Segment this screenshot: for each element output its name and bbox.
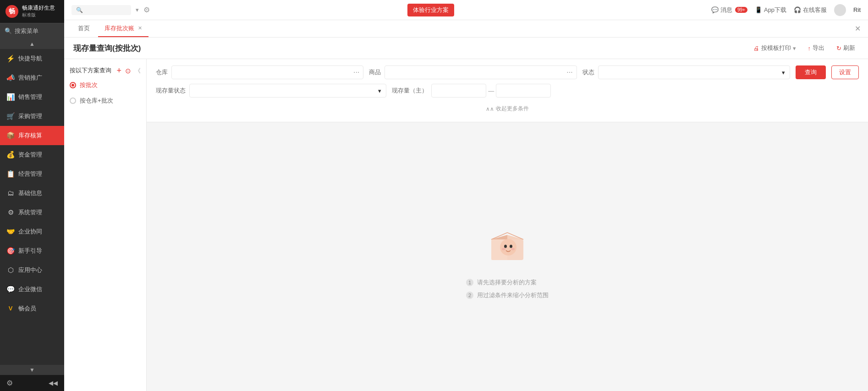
query-btn[interactable]: 查询 [796, 65, 826, 79]
system-icon: ⚙ [6, 208, 15, 217]
filter-option-batch[interactable]: 按批次 [64, 77, 146, 93]
sidebar-item-appcenter[interactable]: ⬡ 应用中心 [0, 261, 64, 280]
sidebar-logo: 畅 [5, 5, 18, 18]
member-icon: V [6, 304, 15, 313]
svg-point-6 [510, 244, 512, 248]
sidebar-scroll-up[interactable]: ▲ [0, 39, 64, 49]
filter-panel: 按以下方案查询 + ⊙ 《 按批次 按仓库+批次 [64, 59, 147, 391]
warehouse-input-group[interactable]: ··· [171, 65, 363, 79]
settings-btn[interactable]: 设置 [831, 65, 859, 79]
filter-add-btn[interactable]: + [116, 66, 121, 75]
search-icon: 🔍 [5, 27, 12, 34]
experience-btn[interactable]: 体验行业方案 [407, 4, 454, 16]
tabs-bar: 首页 库存批次账 ✕ ✕ [64, 20, 868, 38]
sidebar-nav: ⚡ 快捷导航 📣 营销推广 📊 销售管理 🛒 采购管理 📦 库存核算 💰 资金管… [0, 49, 64, 365]
message-label: 消息 [720, 6, 732, 14]
collapse-label: 收起更多条件 [496, 105, 529, 113]
settings-icon[interactable]: ⚙ [6, 379, 13, 387]
sidebar-item-inventory[interactable]: 📦 库存核算 [0, 126, 64, 145]
tab-home-label: 首页 [78, 24, 90, 33]
query-area: 仓库 ··· 商品 ··· 状态 [147, 59, 868, 391]
stock-status-select[interactable]: ▾ [189, 84, 386, 98]
topbar-settings-icon[interactable]: ⚙ [143, 5, 150, 14]
tab-inventory-batch[interactable]: 库存批次账 ✕ [98, 21, 148, 37]
stock-main-label: 现存量（主） [392, 87, 428, 95]
sidebar-item-enterprise[interactable]: 🤝 企业协同 [0, 222, 64, 241]
sidebar-item-marketing[interactable]: 📣 营销推广 [0, 68, 64, 87]
sidebar-item-label: 销售管理 [18, 93, 42, 101]
online-service-btn[interactable]: 🎧 在线客服 [794, 6, 827, 14]
topbar-dropdown-icon[interactable]: ▾ [136, 6, 139, 13]
filter-option-warehouse-batch[interactable]: 按仓库+批次 [64, 93, 146, 109]
sidebar-item-sales[interactable]: 📊 销售管理 [0, 87, 64, 107]
app-download-btn[interactable]: 📱 App下载 [755, 6, 786, 14]
collapse-sidebar-icon[interactable]: ◀◀ [49, 380, 58, 386]
refresh-icon: ↻ [836, 45, 841, 52]
sidebar-company-info: 畅康通好生意 标准版 [22, 5, 55, 18]
sidebar-item-system[interactable]: ⚙ 系统管理 [0, 203, 64, 222]
sidebar-item-operations[interactable]: 📋 经营管理 [0, 164, 64, 184]
sidebar-item-finance[interactable]: 💰 资金管理 [0, 145, 64, 164]
sidebar-item-label: 新手引导 [18, 247, 42, 255]
status-field: 状态 ▾ [582, 65, 790, 79]
empty-state: 1 请先选择要分析的方案 2 用过滤条件来缩小分析范围 [147, 122, 868, 391]
sidebar: 畅 畅康通好生意 标准版 🔍 搜索菜单 ▲ ⚡ 快捷导航 📣 营销推广 📊 销售… [0, 0, 64, 391]
filter-option-warehouse-label: 按仓库+批次 [80, 97, 113, 105]
warehouse-input[interactable] [172, 67, 350, 78]
stock-main-dash: — [486, 87, 496, 94]
form-row-2: 现存量状态 ▾ 现存量（主） — [156, 84, 859, 98]
tip-num-1: 1 [466, 279, 473, 286]
sales-icon: 📊 [6, 93, 15, 101]
sidebar-item-label: 快捷导航 [18, 54, 42, 63]
quicknav-icon: ⚡ [6, 54, 15, 63]
tab-panel-close-btn[interactable]: ✕ [855, 24, 861, 33]
sidebar-item-purchase[interactable]: 🛒 采购管理 [0, 107, 64, 126]
topbar-search[interactable]: 🔍 [71, 5, 131, 15]
print-dropdown-icon[interactable]: ▾ [793, 45, 796, 52]
product-input[interactable] [385, 67, 563, 78]
sidebar-item-label: 应用中心 [18, 266, 42, 274]
message-btn[interactable]: 💬 消息 99+ [711, 6, 747, 14]
filter-settings-btn[interactable]: ⊙ [125, 67, 131, 74]
user-avatar[interactable] [834, 4, 846, 16]
status-select[interactable]: ▾ [598, 65, 790, 79]
sidebar-item-wechat[interactable]: 💬 企业微信 [0, 280, 64, 299]
marketing-icon: 📣 [6, 74, 15, 82]
sidebar-item-member[interactable]: V 畅会员 [0, 299, 64, 318]
filter-collapse-btn[interactable]: 《 [135, 68, 141, 74]
refresh-btn[interactable]: ↻ 刷新 [833, 42, 859, 54]
sidebar-item-basic-info[interactable]: 🗂 基础信息 [0, 184, 64, 203]
filter-header-icons: + ⊙ 《 [116, 66, 141, 75]
collapse-bar[interactable]: ∧∧ 收起更多条件 [156, 102, 859, 115]
svg-point-7 [502, 248, 505, 250]
sidebar-item-guide[interactable]: 🎯 新手引导 [0, 241, 64, 261]
topbar-left: 🔍 ▾ ⚙ [71, 5, 150, 15]
product-more-icon[interactable]: ··· [563, 68, 576, 76]
page-title: 现存量查询(按批次) [73, 43, 141, 54]
finance-icon: 💰 [6, 151, 15, 159]
print-icon: 🖨 [753, 45, 759, 52]
sidebar-item-label: 基础信息 [18, 189, 42, 197]
tip-text-2: 用过滤条件来缩小分析范围 [477, 291, 549, 299]
warehouse-more-icon[interactable]: ··· [350, 68, 363, 76]
tab-close-btn[interactable]: ✕ [138, 25, 142, 31]
tab-home[interactable]: 首页 [71, 21, 96, 37]
tab-inventory-batch-label: 库存批次账 [104, 24, 134, 33]
svg-point-5 [504, 244, 507, 248]
product-input-group[interactable]: ··· [385, 65, 577, 79]
tip-text-1: 请先选择要分析的方案 [477, 278, 537, 287]
company-name: 畅康通好生意 [22, 5, 55, 12]
sidebar-scroll-down[interactable]: ▼ [0, 365, 64, 375]
stock-main-to-input[interactable] [496, 84, 551, 98]
sidebar-item-quicknav[interactable]: ⚡ 快捷导航 [0, 49, 64, 68]
print-btn[interactable]: 🖨 按模板打印 ▾ [750, 42, 800, 54]
tip-num-2: 2 [466, 292, 473, 299]
sidebar-item-label: 经营管理 [18, 170, 42, 178]
sidebar-search[interactable]: 🔍 搜索菜单 [0, 23, 64, 39]
export-btn[interactable]: ↑ 导出 [804, 42, 829, 54]
app-download-label: App下载 [764, 6, 786, 14]
filter-option-batch-label: 按批次 [80, 81, 98, 89]
sidebar-footer: ⚙ ◀◀ [0, 375, 64, 391]
inventory-icon: 📦 [6, 131, 15, 140]
stock-main-from-input[interactable] [431, 84, 486, 98]
